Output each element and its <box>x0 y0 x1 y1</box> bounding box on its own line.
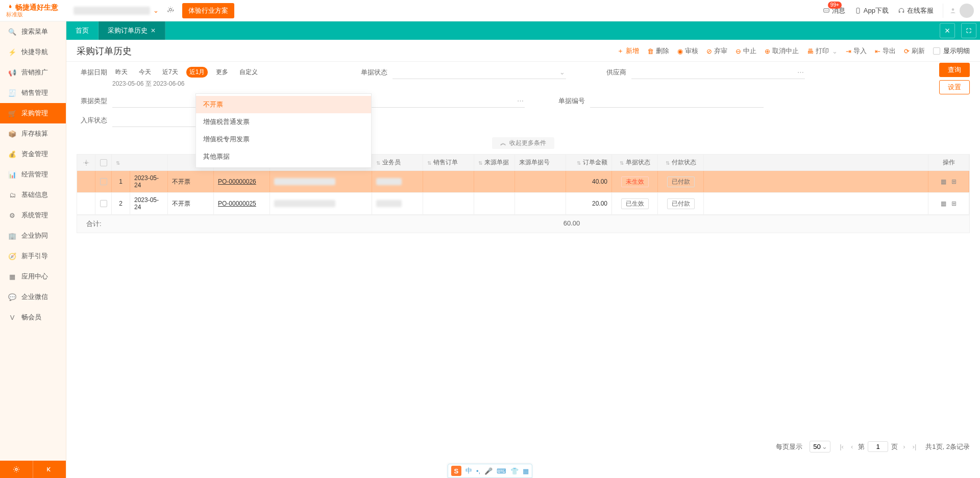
sort-icon <box>577 159 581 166</box>
col-source[interactable]: 来源单据 <box>474 155 515 170</box>
ime-skin-icon[interactable]: 👕 <box>510 467 519 475</box>
sidebar-item-4[interactable]: 🛒采购管理 <box>0 103 66 123</box>
dropdown-option-2[interactable]: 增值税专用发票 <box>196 131 371 148</box>
pager-prev[interactable]: ‹ <box>849 443 855 450</box>
date-chip-5[interactable]: 自定义 <box>236 67 261 78</box>
per-page-select[interactable]: 50 <box>810 441 830 452</box>
action-print[interactable]: 🖶打印⌄ <box>807 46 838 56</box>
sidebar-item-9[interactable]: ⚙系统管理 <box>0 205 66 225</box>
dropdown-option-3[interactable]: 其他票据 <box>196 148 371 165</box>
user-menu[interactable] <box>943 4 974 18</box>
date-chip-4[interactable]: 更多 <box>213 67 231 78</box>
sidebar-item-8[interactable]: 🗂基础信息 <box>0 185 66 205</box>
sidebar-item-11[interactable]: 🧭新手引导 <box>0 246 66 266</box>
action-approve[interactable]: ◉审核 <box>677 46 698 56</box>
supplier-select[interactable]: ⋯ <box>631 67 805 79</box>
query-button[interactable]: 查询 <box>939 63 970 77</box>
dropdown-option-1[interactable]: 增值税普通发票 <box>196 113 371 131</box>
sidebar-item-7[interactable]: 📊经营管理 <box>0 164 66 185</box>
table-row[interactable]: 1 2023-05-24 不开票 PO-00000026 40.00 未生效 已… <box>77 171 969 193</box>
action-abandon[interactable]: ⊘弃审 <box>706 46 727 56</box>
trial-button[interactable]: 体验行业方案 <box>182 3 234 18</box>
cell-po-link[interactable]: PO-00000025 <box>214 193 270 214</box>
ime-keyboard-icon[interactable]: ⌨ <box>497 467 506 475</box>
dropdown-option-0[interactable]: 不开票 <box>196 96 371 113</box>
sidebar-item-5[interactable]: 📦库存核算 <box>0 123 66 144</box>
messages-link[interactable]: 99+ 消息 <box>823 6 845 15</box>
sidebar-item-1[interactable]: ⚡快捷导航 <box>0 42 66 62</box>
sidebar-item-2[interactable]: 📢营销推广 <box>0 62 66 83</box>
sidebar-item-13[interactable]: 💬企业微信 <box>0 287 66 307</box>
ime-mic-icon[interactable]: 🎤 <box>484 467 493 475</box>
ime-toolbox-icon[interactable]: ▦ <box>523 467 529 475</box>
action-delete[interactable]: 🗑删除 <box>647 46 669 56</box>
action-refresh[interactable]: ⟳刷新 <box>904 46 925 56</box>
docno-input[interactable] <box>590 95 764 108</box>
ime-lang[interactable]: 中 <box>465 466 472 475</box>
filter-settings-button[interactable]: 设置 <box>939 80 970 94</box>
col-sales-order[interactable]: 销售订单 <box>423 155 474 170</box>
pager-next[interactable]: › <box>901 443 907 450</box>
per-page-label: 每页显示 <box>776 442 802 451</box>
row-more-icon[interactable]: ⊞ <box>951 178 957 185</box>
supplier-input[interactable] <box>631 67 805 79</box>
col-date[interactable] <box>112 155 168 170</box>
status-input[interactable] <box>393 67 566 79</box>
topbar-right: 99+ 消息 App下载 在线客服 <box>823 4 974 18</box>
action-stop[interactable]: ⊖中止 <box>736 46 756 56</box>
online-service-link[interactable]: 在线客服 <box>898 6 934 15</box>
org-selector[interactable]: ⌄ <box>74 7 159 15</box>
docno-input-wrapper[interactable] <box>590 95 764 108</box>
sidebar-icon: 📦 <box>8 130 16 138</box>
pager-last[interactable]: ›| <box>911 443 919 450</box>
sidebar-item-10[interactable]: 🏢企业协同 <box>0 225 66 246</box>
col-operator[interactable]: 业务员 <box>372 155 423 170</box>
filter-instock-label: 入库状态 <box>77 115 107 125</box>
tab-1[interactable]: 采购订单历史✕ <box>99 21 165 40</box>
date-chip-0[interactable]: 昨天 <box>112 67 131 78</box>
pager-page-input[interactable] <box>868 441 888 452</box>
settings-gear-button[interactable] <box>165 4 176 17</box>
col-source-no[interactable]: 来源单据号 <box>515 155 566 170</box>
cell-po-link[interactable]: PO-00000026 <box>214 171 270 192</box>
goods-select[interactable]: ⋯ <box>351 95 525 108</box>
ticket-type-dropdown[interactable]: 不开票增值税普通发票增值税专用发票其他票据 <box>195 93 372 168</box>
sidebar-collapse-button[interactable] <box>33 461 66 478</box>
tab-0[interactable]: 首页 <box>66 21 99 40</box>
row-checkbox[interactable] <box>95 193 112 214</box>
row-view-icon[interactable]: ▦ <box>941 200 946 207</box>
tab-close-all-button[interactable] <box>940 23 955 38</box>
sidebar-item-12[interactable]: ▦应用中心 <box>0 266 66 287</box>
col-pay-state[interactable]: 付款状态 <box>658 155 704 170</box>
row-checkbox[interactable] <box>95 171 112 192</box>
row-more-icon[interactable]: ⊞ <box>951 200 957 207</box>
sidebar-item-3[interactable]: 🧾销售管理 <box>0 83 66 103</box>
goods-input[interactable] <box>351 95 525 108</box>
date-chip-2[interactable]: 近7天 <box>159 67 181 78</box>
action-unstop[interactable]: ⊕取消中止 <box>765 46 799 56</box>
col-state[interactable]: 单据状态 <box>612 155 658 170</box>
sidebar-item-6[interactable]: 💰资金管理 <box>0 144 66 164</box>
show-detail-toggle[interactable]: 显示明细 <box>933 46 970 56</box>
app-download-link[interactable]: App下载 <box>854 6 889 15</box>
select-all-checkbox[interactable] <box>95 155 112 170</box>
row-view-icon[interactable]: ▦ <box>941 178 946 185</box>
sidebar-settings-button[interactable] <box>0 461 33 478</box>
fullscreen-button[interactable] <box>961 23 976 38</box>
date-chip-3[interactable]: 近1月 <box>186 67 208 78</box>
ime-toolbar[interactable]: S 中 •, 🎤 ⌨ 👕 ▦ <box>448 464 532 478</box>
col-settings-button[interactable] <box>77 155 95 170</box>
status-select[interactable]: ⌄ <box>393 67 566 79</box>
action-export[interactable]: ⇤导出 <box>875 46 896 56</box>
action-new[interactable]: ＋新增 <box>617 46 639 56</box>
sidebar-item-0[interactable]: 🔍搜索菜单 <box>0 21 66 42</box>
action-import[interactable]: ⇥导入 <box>846 46 867 56</box>
col-actions: 操作 <box>928 155 969 170</box>
pager-first[interactable]: |‹ <box>838 443 846 450</box>
ime-punct-icon[interactable]: •, <box>476 467 480 475</box>
col-amount[interactable]: 订单金额 <box>566 155 612 170</box>
close-icon[interactable]: ✕ <box>151 27 156 34</box>
date-chip-1[interactable]: 今天 <box>136 67 154 78</box>
table-row[interactable]: 2 2023-05-24 不开票 PO-00000025 20.00 已生效 已… <box>77 193 969 215</box>
sidebar-item-14[interactable]: V畅会员 <box>0 307 66 328</box>
